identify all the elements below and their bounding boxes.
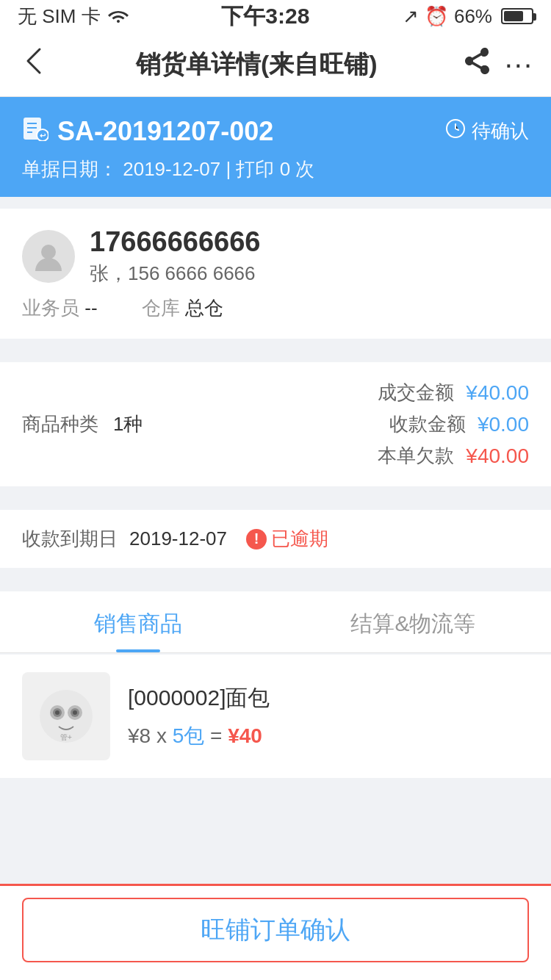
order-status: 待确认 <box>445 118 529 144</box>
tab-sales-products[interactable]: 销售商品 <box>0 591 276 652</box>
order-id: ↩ SA-20191207-002 <box>22 115 273 148</box>
share-icon[interactable] <box>464 48 490 81</box>
customer-name: 张，156 6666 6666 <box>90 261 260 287</box>
warehouse: 仓库 总仓 <box>142 295 223 321</box>
order-icon: ↩ <box>22 115 48 148</box>
product-info: [0000002]面包 ¥8 x 5包 = ¥40 <box>128 683 529 750</box>
more-icon[interactable]: ··· <box>505 48 533 81</box>
order-header: ↩ SA-20191207-002 待确认 单据日期： 2019-12-07 |… <box>0 97 551 197</box>
product-section: 管+ [0000002]面包 ¥8 x 5包 = ¥40 <box>0 655 551 778</box>
avatar <box>22 230 75 283</box>
owed-amount-row: 本单欠款 ¥40.00 <box>378 443 529 469</box>
back-button[interactable] <box>18 39 50 90</box>
confirm-button[interactable]: 旺铺订单确认 <box>22 898 529 962</box>
tab-settlement[interactable]: 结算&物流等 <box>276 591 551 652</box>
page-title: 销货单详情(来自旺铺) <box>136 48 378 82</box>
deal-amount-row: 成交金额 ¥40.00 <box>378 380 529 406</box>
sales-person: 业务员 -- <box>22 295 98 321</box>
product-name: [0000002]面包 <box>128 683 529 713</box>
svg-point-13 <box>55 710 60 715</box>
product-item: 管+ [0000002]面包 ¥8 x 5包 = ¥40 <box>0 655 551 778</box>
product-type: 商品种类 1种 <box>22 411 143 437</box>
customer-card: 17666666666 张，156 6666 6666 业务员 -- 仓库 总仓 <box>0 209 551 339</box>
received-amount-row: 收款金额 ¥0.00 <box>389 411 529 437</box>
customer-meta: 业务员 -- 仓库 总仓 <box>22 295 529 321</box>
order-date: 单据日期： 2019-12-07 | 打印 0 次 <box>22 156 529 182</box>
status-bar: 无 SIM 卡 下午3:28 ↗ ⏰ 66% <box>0 0 551 32</box>
nav-actions: ··· <box>464 48 533 81</box>
nav-bar: 销货单详情(来自旺铺) ··· <box>0 32 551 97</box>
divider-3 <box>0 568 551 580</box>
battery-icon <box>501 8 533 24</box>
customer-phone: 17666666666 <box>90 226 260 258</box>
status-time: 下午3:28 <box>221 1 309 32</box>
summary-card: 商品种类 1种 成交金额 ¥40.00 收款金额 ¥0.00 本单欠款 ¥40.… <box>0 362 551 486</box>
battery-percent: 66% <box>454 5 492 28</box>
location-icon: ↗ <box>403 5 419 28</box>
divider-2 <box>0 486 551 498</box>
status-right: ↗ ⏰ 66% <box>403 5 533 28</box>
due-date-card: 收款到期日 2019-12-07 ! 已逾期 <box>0 510 551 568</box>
carrier-text: 无 SIM 卡 <box>18 4 101 29</box>
status-left: 无 SIM 卡 <box>18 4 129 29</box>
divider-1 <box>0 339 551 350</box>
overdue-icon: ! <box>246 529 267 550</box>
clock-icon <box>445 118 466 144</box>
svg-text:管+: 管+ <box>60 733 72 741</box>
amount-summary: 成交金额 ¥40.00 收款金额 ¥0.00 本单欠款 ¥40.00 <box>378 380 529 469</box>
bottom-bar: 旺铺订单确认 <box>0 884 551 980</box>
alarm-icon: ⏰ <box>425 5 448 28</box>
svg-point-7 <box>41 245 56 259</box>
product-price: ¥8 x 5包 = ¥40 <box>128 722 529 750</box>
svg-point-14 <box>73 710 77 715</box>
wifi-icon <box>108 5 129 28</box>
svg-text:↩: ↩ <box>40 131 46 140</box>
product-thumbnail: 管+ <box>22 672 110 760</box>
tab-bar: 销售商品 结算&物流等 <box>0 591 551 653</box>
overdue-badge: ! 已逾期 <box>246 526 328 552</box>
